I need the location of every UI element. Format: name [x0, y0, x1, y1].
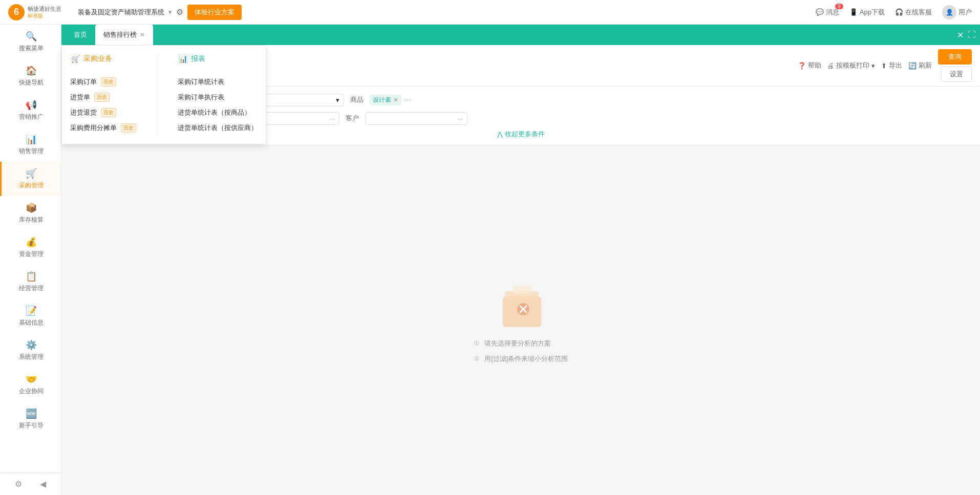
system-title-dropdown-arrow[interactable]: ▾	[168, 8, 172, 16]
notification-count: 9	[835, 4, 843, 9]
svg-rect-2	[513, 286, 531, 293]
report-col-title: 📊 报表	[178, 54, 258, 68]
empty-hint-1: ① 请先选择要分析的方案	[474, 337, 551, 349]
enterprise-icon: 🤝	[26, 374, 37, 385]
empty-illustration	[495, 276, 546, 327]
empty-state: ① 请先选择要分析的方案 ② 用[过滤]条件来缩小分析范围	[61, 145, 980, 495]
finance-icon: 💰	[26, 236, 37, 248]
hist-badge-1: 历史	[94, 93, 110, 102]
dropdown-incoming-stat-goods[interactable]: 进货单统计表（按商品）	[178, 105, 258, 120]
dropdown-incoming-return[interactable]: 进货退货 历史	[70, 105, 136, 120]
app-download-btn[interactable]: 📱 App下载	[849, 8, 885, 17]
headset-icon: 🎧	[895, 8, 903, 16]
dropdown-purchase-expense[interactable]: 采购费用分摊单 历史	[70, 120, 136, 136]
collapse-btn[interactable]: ⋀ 收起更多条件	[497, 130, 545, 139]
settings-bottom-icon[interactable]: ⚙	[15, 479, 22, 489]
goods-tag-close[interactable]: ✕	[393, 96, 398, 103]
user-menu[interactable]: 👤 用户	[942, 5, 972, 19]
sidebar-bottom: ⚙ ◀	[0, 472, 61, 495]
search-icon: 🔍	[26, 31, 37, 42]
dropdown-purchase-order[interactable]: 采购订单 历史	[70, 74, 136, 90]
dropdown-incoming[interactable]: 进货单 历史	[70, 90, 136, 105]
sidebar-item-newguide[interactable]: 🆕 新手引导	[0, 402, 61, 436]
sidebar-item-inventory[interactable]: 📦 库存核算	[0, 196, 61, 230]
phone-icon: 📱	[849, 8, 858, 16]
sidebar-item-enterprise[interactable]: 🤝 企业协同	[0, 368, 61, 402]
notification-icon: 💬	[816, 8, 824, 16]
collapse-sidebar-icon[interactable]: ◀	[40, 479, 46, 489]
logo-area: 6 畅捷通好生意 标准版	[8, 4, 70, 20]
query-button[interactable]: 查询	[938, 49, 972, 64]
top-header: 6 畅捷通好生意 标准版 装备及固定资产辅助管理系统 ▾ ⚙ 体验行业方案 💬 …	[0, 0, 980, 25]
query-set-area: 查询 设置	[938, 49, 972, 82]
goods-tag: 设计素 ✕	[370, 95, 401, 105]
header-right: 💬 消息 9 📱 App下载 🎧 在线客服 👤 用户	[816, 5, 972, 19]
empty-svg	[495, 276, 551, 332]
sidebar-item-system[interactable]: ⚙️ 系统管理	[0, 333, 61, 368]
sidebar-item-marketing[interactable]: 📢 营销推广	[0, 93, 61, 127]
tab-close-btn[interactable]: ✕	[957, 30, 964, 40]
dropdown-divider	[157, 54, 157, 136]
customer-more-dots[interactable]: ···	[457, 115, 463, 122]
sidebar-item-quicknav[interactable]: 🏠 快捷导航	[0, 59, 61, 93]
print-btn[interactable]: 🖨 按模板打印 ▾	[827, 61, 875, 70]
sidebar-item-purchase[interactable]: 🛒 采购管理	[0, 162, 61, 196]
sales-icon: 📊	[26, 134, 37, 145]
inventory-icon: 📦	[26, 202, 37, 213]
goods-area: 设计素 ✕ ···	[370, 95, 972, 105]
set-button[interactable]: 设置	[941, 67, 972, 82]
report-col-icon: 📊	[178, 54, 188, 64]
print-dropdown-icon[interactable]: ▾	[871, 62, 875, 70]
operations-icon: 📋	[26, 271, 37, 282]
collapse-icon: ⋀	[497, 131, 503, 138]
sidebar-item-finance[interactable]: 💰 资金管理	[0, 230, 61, 265]
tab-home[interactable]: 首页	[66, 25, 95, 45]
sidebar-item-operations[interactable]: 📋 经营管理	[0, 265, 61, 299]
purchase-dropdown-menu: 🛒 采购业务 采购订单 历史 进货单 历史 进货退货 历史 采购费用分摊单 历史…	[61, 45, 266, 144]
help-icon: ❓	[798, 62, 806, 70]
industry-btn[interactable]: 体验行业方案	[187, 5, 242, 20]
marketing-icon: 📢	[26, 99, 37, 111]
report-col: 📊 报表 采购订单统计表 采购订单执行表 进货单统计表（按商品） 进货单统计表（…	[178, 54, 258, 136]
dropdown-purchase-order-stat[interactable]: 采购订单统计表	[178, 74, 258, 90]
newguide-icon: 🆕	[26, 408, 37, 419]
purchase-col-icon: 🛒	[70, 54, 80, 64]
refresh-icon: 🔄	[908, 62, 917, 70]
notification-btn[interactable]: 💬 消息 9	[816, 8, 839, 17]
logo-text: 畅捷通好生意 标准版	[28, 5, 61, 19]
sidebar-item-sales[interactable]: 📊 销售管理	[0, 127, 61, 162]
tab-right-btns: ✕ ⛶	[957, 30, 976, 40]
gear-button[interactable]: ⚙	[176, 7, 183, 17]
customer-label: 客户	[346, 114, 359, 123]
basicinfo-icon: 📝	[26, 305, 37, 316]
salesperson-more-dots[interactable]: ···	[329, 115, 335, 122]
system-icon: ⚙️	[26, 339, 37, 351]
online-service-btn[interactable]: 🎧 在线客服	[895, 8, 932, 17]
hist-badge-3: 历史	[121, 123, 136, 133]
hist-badge-2: 历史	[101, 108, 116, 117]
purchase-col: 🛒 采购业务 采购订单 历史 进货单 历史 进货退货 历史 采购费用分摊单 历史	[70, 54, 136, 136]
hist-badge-0: 历史	[101, 77, 116, 87]
tab-expand-btn[interactable]: ⛶	[968, 30, 976, 39]
doc-status-arrow: ▾	[336, 96, 339, 104]
refresh-btn[interactable]: 🔄 刷新	[908, 61, 932, 70]
system-title-area: 装备及固定资产辅助管理系统 ▾ ⚙ 体验行业方案	[78, 5, 816, 20]
sidebar: 🔍 搜索菜单 🏠 快捷导航 📢 营销推广 📊 销售管理 🛒 采购管理 📦 库存核…	[0, 25, 61, 495]
tab-close-salesrank[interactable]: ✕	[140, 31, 145, 38]
export-btn[interactable]: ⬆ 导出	[881, 61, 902, 70]
customer-select[interactable]: ···	[365, 112, 467, 125]
goods-label: 商品	[350, 95, 364, 104]
dropdown-incoming-stat-supplier[interactable]: 进货单统计表（按供应商）	[178, 120, 258, 136]
dropdown-purchase-order-exec[interactable]: 采购订单执行表	[178, 90, 258, 105]
system-title: 装备及固定资产辅助管理系统	[78, 8, 164, 17]
sidebar-item-basicinfo[interactable]: 📝 基础信息	[0, 299, 61, 333]
help-btn[interactable]: ❓ 帮助	[798, 61, 821, 70]
purchase-col-title: 🛒 采购业务	[70, 54, 136, 68]
logo-icon: 6	[8, 4, 25, 20]
tab-salesrank[interactable]: 销售排行榜 ✕	[95, 25, 153, 45]
export-icon: ⬆	[881, 62, 887, 70]
goods-more-dots[interactable]: ···	[404, 95, 411, 104]
home-icon: 🏠	[26, 65, 37, 76]
sidebar-item-search[interactable]: 🔍 搜索菜单	[0, 25, 61, 59]
user-avatar: 👤	[942, 5, 956, 19]
